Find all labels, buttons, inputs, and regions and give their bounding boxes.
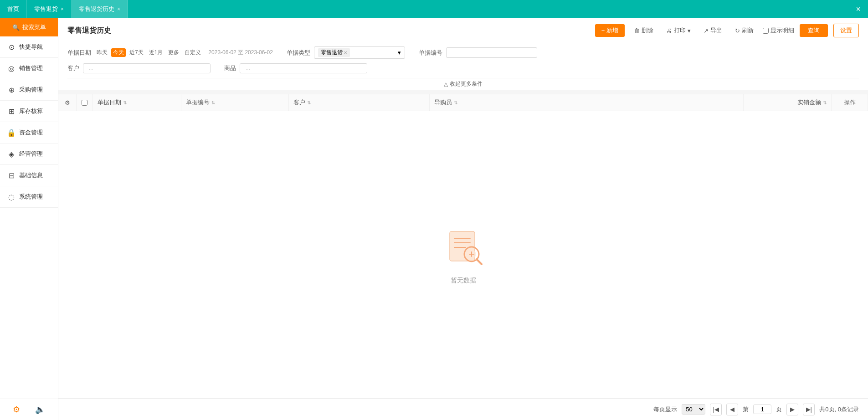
shortcut-today[interactable]: 今天 [111,48,126,57]
display-toggle-label: 显示明细 [770,26,794,35]
shortcut-7days[interactable]: 近7天 [128,48,145,57]
settings-col-icon: ⚙ [65,99,70,106]
tab-retail-return[interactable]: 零售退货 × [27,0,72,18]
display-toggle[interactable]: 显示明细 [763,26,794,35]
filter-doc-num: 单据编号 [419,47,537,58]
tab-retail-return-history[interactable]: 零售退货历史 × [72,0,128,18]
collapse-icon: △ [444,81,448,87]
th-settings[interactable]: ⚙ [58,94,77,111]
sales-mgmt-icon: ◎ [7,64,15,72]
th-number: 单据编号 ⇅ [181,94,289,111]
shortcut-yesterday[interactable]: 昨天 [95,48,109,57]
date-filter-label: 单据日期 [67,49,91,57]
page-label-suffix: 页 [776,405,782,414]
settings-icon[interactable]: ⚙ [13,405,20,415]
th-amount: 实销金额 ⇅ [744,94,832,111]
sidebar-item-sales-mgmt[interactable]: ◎ 销售管理 [0,58,58,79]
page-header: 零售退货历史 + 新增 🗑 删除 🖨 打印 ▾ ↗ 导出 [58,18,868,90]
sidebar-item-finance[interactable]: 🔒 资金管理 [0,122,58,143]
sidebar-item-system-mgmt[interactable]: ◌ 系统管理 [0,186,58,208]
th-amount-label: 实销金额 [797,98,821,107]
shortcut-custom[interactable]: 自定义 [183,48,203,57]
th-date-label: 单据日期 [98,98,121,107]
sidebar-item-basic-info[interactable]: ⊟ 基础信息 [0,165,58,186]
sidebar-item-business[interactable]: ◈ 经营管理 [0,143,58,165]
sidebar-item-purchase-mgmt[interactable]: ⊕ 采购管理 [0,79,58,101]
display-toggle-checkbox[interactable] [763,28,769,34]
prev-page-button[interactable]: ◀ [726,404,738,415]
tab-retail-return-label: 零售退货 [34,5,58,13]
shortcut-more[interactable]: 更多 [166,48,181,57]
add-button[interactable]: + 新增 [595,24,625,37]
volume-icon[interactable]: 🔈 [35,405,45,415]
sidebar-search[interactable]: 🔍 搜索菜单 [0,18,58,36]
tab-home-label: 首页 [7,5,19,13]
sidebar-item-quick-nav[interactable]: ⊙ 快捷导航 [0,36,58,58]
page-size-label: 每页显示 [653,405,677,414]
export-button[interactable]: ↗ 导出 [700,25,726,36]
goods-dots: ... [244,65,252,72]
filter-area: 单据日期 昨天 今天 近7天 近1月 更多 自定义 2023-06-02 至 2… [67,42,859,90]
delete-button[interactable]: 🗑 删除 [630,25,657,36]
svg-line-6 [477,259,482,264]
tab-bar: 首页 零售退货 × 零售退货历史 × [0,0,856,18]
print-icon: 🖨 [666,27,672,34]
type-filter-tag: 零售退货 × [318,48,350,57]
th-number-sort[interactable]: ⇅ [211,100,215,105]
print-dropdown-icon: ▾ [688,27,691,34]
customer-filter-label: 客户 [67,64,79,72]
date-range-display: 2023-06-02 至 2023-06-02 [208,49,272,56]
filter-customer: 客户 ... [67,63,211,73]
page-label-prefix: 第 [743,405,749,414]
th-checkbox[interactable] [77,94,93,111]
sidebar-item-inventory[interactable]: ⊞ 库存核算 [0,101,58,122]
select-all-checkbox[interactable] [82,100,87,106]
print-button[interactable]: 🖨 打印 ▾ [663,25,694,36]
sidebar-search-label: 搜索菜单 [22,23,46,31]
quick-nav-icon: ⊙ [7,43,15,51]
system-mgmt-icon: ◌ [7,193,15,201]
tab-retail-return-history-close[interactable]: × [117,6,120,12]
type-tag-close[interactable]: × [344,50,347,56]
sidebar-item-system-mgmt-label: 系统管理 [19,193,43,201]
th-customer: 客户 ⇅ [289,94,430,111]
filter-type: 单据类型 零售退货 × ▾ [287,46,405,59]
th-date-sort[interactable]: ⇅ [123,100,127,105]
last-page-button[interactable]: ▶| [803,404,815,415]
sidebar-item-sales-mgmt-label: 销售管理 [19,64,43,72]
search-icon: 🔍 [12,24,20,31]
table-header: ⚙ 单据日期 ⇅ 单据编号 ⇅ 客户 ⇅ 导购员 [58,94,868,111]
collapse-label: 收起更多条件 [450,80,483,88]
type-filter-select[interactable]: 零售退货 × ▾ [314,46,405,59]
sidebar-item-purchase-mgmt-label: 采购管理 [19,86,43,94]
next-page-button[interactable]: ▶ [786,404,798,415]
filter-row-1: 单据日期 昨天 今天 近7天 近1月 更多 自定义 2023-06-02 至 2… [67,46,859,59]
empty-state: 暂无数据 [58,111,868,398]
th-amount-sort[interactable]: ⇅ [823,100,827,105]
query-button[interactable]: 查询 [800,24,828,37]
date-shortcuts: 昨天 今天 近7天 近1月 更多 自定义 [95,48,203,57]
settings-button[interactable]: 设置 [833,24,859,37]
first-page-button[interactable]: |◀ [710,404,722,415]
refresh-button[interactable]: ↻ 刷新 [731,25,757,36]
th-spacer [537,94,743,111]
type-dropdown-icon: ▾ [398,49,401,56]
collapse-button[interactable]: △ 收起更多条件 [67,78,859,90]
doc-num-input[interactable] [446,47,537,58]
goods-filter-input[interactable]: ... [240,63,367,73]
filter-row-2: 客户 ... 商品 ... [67,63,859,73]
page-number-input[interactable] [753,405,771,414]
customer-filter-input[interactable]: ... [83,63,211,73]
window-close-button[interactable]: × [856,5,868,14]
tab-retail-return-close[interactable]: × [61,6,64,12]
main-layout: 🔍 搜索菜单 ⊙ 快捷导航 ◎ 销售管理 ⊕ 采购管理 ⊞ 库存核算 🔒 资金管… [0,18,868,420]
tab-home[interactable]: 首页 [0,0,27,18]
sidebar-item-finance-label: 资金管理 [19,128,43,137]
sidebar-item-quick-nav-label: 快捷导航 [19,43,43,51]
shortcut-1month[interactable]: 近1月 [147,48,165,57]
empty-illustration [441,225,486,270]
th-customer-sort[interactable]: ⇅ [307,100,311,105]
th-guide-sort[interactable]: ⇅ [454,100,457,105]
page-size-select[interactable]: 50 100 200 [682,404,705,415]
filter-date: 单据日期 昨天 今天 近7天 近1月 更多 自定义 2023-06-02 至 2… [67,48,273,57]
